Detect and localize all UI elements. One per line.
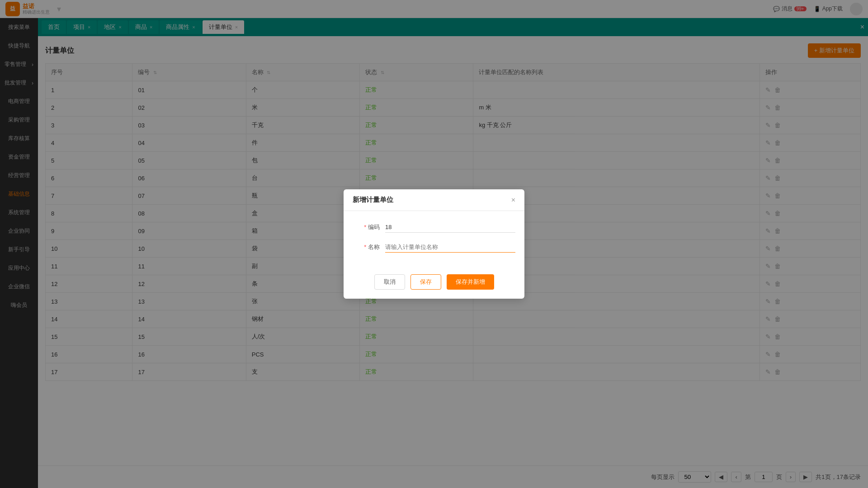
code-required-star: * [364,224,366,230]
code-input[interactable] [385,222,515,233]
code-form-row: * 编码 [353,222,515,233]
cancel-button[interactable]: 取消 [374,274,405,290]
modal-body: * 编码 * 名称 [344,211,524,269]
code-label: * 编码 [353,223,380,231]
name-label: * 名称 [353,243,380,251]
modal-close-button[interactable]: × [511,196,515,204]
name-form-row: * 名称 [353,242,515,253]
save-and-new-button[interactable]: 保存并新增 [447,274,494,290]
save-button[interactable]: 保存 [410,274,441,290]
modal-title: 新增计量单位 [353,196,393,204]
name-label-text: 名称 [368,244,380,250]
modal-footer: 取消 保存 保存并新增 [344,269,524,299]
modal-header: 新增计量单位 × [344,189,524,211]
modal-overlay: 新增计量单位 × * 编码 * 名称 取消 保存 保存并新增 [0,0,868,488]
name-input[interactable] [385,242,515,253]
name-required-star: * [364,244,366,250]
add-unit-modal: 新增计量单位 × * 编码 * 名称 取消 保存 保存并新增 [344,189,524,299]
code-label-text: 编码 [368,224,380,230]
